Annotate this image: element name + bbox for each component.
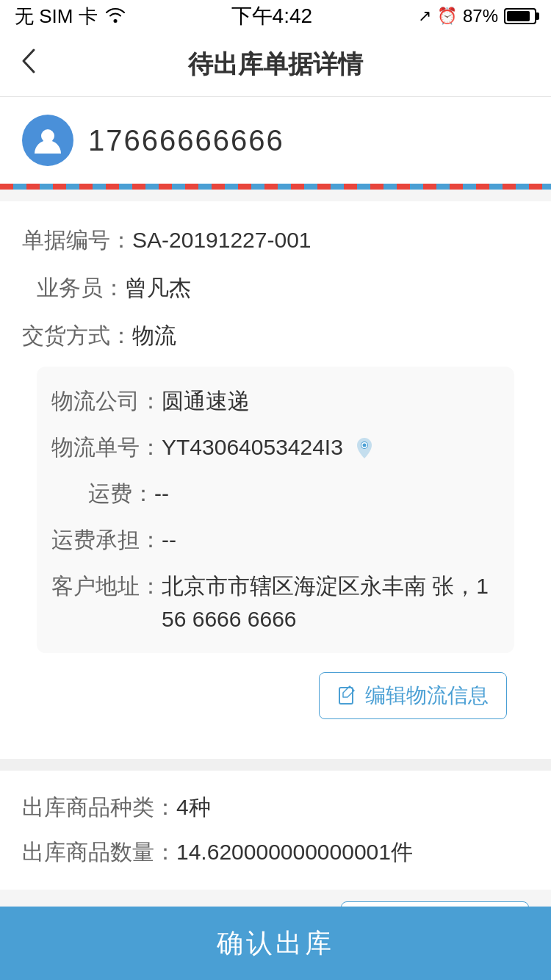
document-no-value: SA-20191227-001 <box>132 223 529 256</box>
tracking-no-value: YT43064053424I3 <box>162 430 500 464</box>
logistics-company-value: 圆通速递 <box>162 384 500 417</box>
freight-bearer-label: 运费承担： <box>51 523 162 556</box>
document-no-row: 单据编号： SA-20191227-001 <box>22 223 529 256</box>
delivery-method-label: 交货方式： <box>22 319 132 352</box>
product-quantity-value: 14.620000000000001件 <box>176 837 529 868</box>
svg-point-3 <box>362 443 366 447</box>
delivery-method-value: 物流 <box>132 319 529 352</box>
location-status-icon: ↗ <box>418 7 431 26</box>
product-types-label: 出库商品种类： <box>22 793 176 823</box>
status-bar: 无 SIM 卡 下午4:42 ↗ ⏰ 87% <box>0 0 551 32</box>
edit-btn-row: 编辑物流信息 <box>22 660 529 737</box>
user-section: 17666666666 <box>0 97 551 184</box>
wifi-icon <box>105 5 126 28</box>
section-separator-1 <box>0 759 551 771</box>
battery-icon <box>504 8 536 24</box>
product-section: 出库商品种类： 4种 出库商品数量： 14.620000000000001件 <box>0 771 551 890</box>
content: 17666666666 单据编号： SA-20191227-001 业务员： 曾… <box>0 97 551 980</box>
confirm-label: 确认出库 <box>217 926 334 962</box>
confirm-button[interactable]: 确认出库 <box>0 907 551 980</box>
user-phone: 17666666666 <box>88 124 284 157</box>
freight-value: -- <box>154 477 500 510</box>
nav-bar: 待出库单据详情 <box>0 32 551 97</box>
product-types-value: 4种 <box>176 793 529 823</box>
sales-person-value: 曾凡杰 <box>125 271 529 304</box>
logistics-company-label: 物流公司： <box>51 384 162 417</box>
avatar-icon <box>32 124 64 156</box>
page-title: 待出库单据详情 <box>188 48 363 82</box>
tracking-no-label: 物流单号： <box>51 430 162 464</box>
address-value: 北京市市辖区海淀区永丰南 张，156 6666 6666 <box>162 569 500 635</box>
address-label: 客户地址： <box>51 569 162 602</box>
back-button[interactable] <box>21 48 37 81</box>
alarm-icon: ⏰ <box>437 7 457 26</box>
freight-bearer-value: -- <box>162 523 500 556</box>
edit-logistics-button[interactable]: 编辑物流信息 <box>319 672 507 719</box>
status-left: 无 SIM 卡 <box>15 4 126 29</box>
dashed-divider <box>0 184 551 190</box>
tracking-no-row: 物流单号： YT43064053424I3 <box>51 430 500 464</box>
freight-row: 运费： -- <box>51 477 500 510</box>
battery-percent: 87% <box>463 6 498 26</box>
product-types-row: 出库商品种类： 4种 <box>22 793 529 823</box>
address-row: 客户地址： 北京市市辖区海淀区永丰南 张，156 6666 6666 <box>51 569 500 635</box>
sales-person-label: 业务员： <box>22 271 125 304</box>
edit-logistics-label: 编辑物流信息 <box>365 682 489 710</box>
map-location-icon[interactable] <box>352 435 377 460</box>
delivery-method-row: 交货方式： 物流 <box>22 319 529 352</box>
document-no-label: 单据编号： <box>22 223 132 256</box>
freight-label: 运费： <box>51 477 154 510</box>
status-time: 下午4:42 <box>231 2 313 30</box>
edit-icon <box>337 685 358 706</box>
logistics-card: 物流公司： 圆通速递 物流单号： YT43064053424I3 运费： - <box>37 367 514 653</box>
logistics-company-row: 物流公司： 圆通速递 <box>51 384 500 417</box>
avatar <box>22 115 73 166</box>
freight-bearer-row: 运费承担： -- <box>51 523 500 556</box>
product-quantity-label: 出库商品数量： <box>22 837 176 868</box>
carrier-text: 无 SIM 卡 <box>15 4 98 29</box>
status-right: ↗ ⏰ 87% <box>418 6 536 26</box>
product-quantity-row: 出库商品数量： 14.620000000000001件 <box>22 837 529 868</box>
order-info-section: 单据编号： SA-20191227-001 业务员： 曾凡杰 交货方式： 物流 … <box>0 201 551 759</box>
sales-person-row: 业务员： 曾凡杰 <box>22 271 529 304</box>
